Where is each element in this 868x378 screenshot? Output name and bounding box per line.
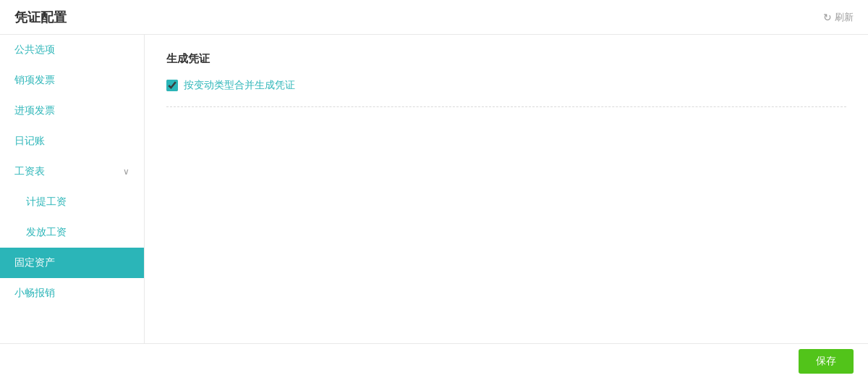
sidebar-item-label: 小畅报销 [14,287,55,300]
page-title: 凭证配置 [14,9,67,26]
sidebar-item-label: 固定资产 [14,256,55,269]
save-button[interactable]: 保存 [799,349,854,374]
sidebar-item-label: 计提工资 [26,196,67,209]
sidebar-item-journal[interactable]: 日记账 [0,126,144,156]
sidebar-item-expense-report[interactable]: 小畅报销 [0,278,144,308]
sidebar-item-label: 公共选项 [14,43,55,56]
sidebar-item-label: 进项发票 [14,104,55,117]
sidebar-item-label: 日记账 [14,135,45,148]
section-divider [166,106,846,107]
merge-by-type-label[interactable]: 按变动类型合并生成凭证 [184,79,295,92]
sidebar-item-purchase-invoice[interactable]: 进项发票 [0,96,144,126]
section-title: 生成凭证 [166,52,846,66]
sidebar-item-label: 发放工资 [26,226,67,239]
sidebar: 公共选项销项发票进项发票日记账工资表∨计提工资发放工资固定资产小畅报销 [0,35,145,343]
sidebar-item-label: 销项发票 [14,74,55,87]
layout: 公共选项销项发票进项发票日记账工资表∨计提工资发放工资固定资产小畅报销 生成凭证… [0,35,868,343]
header: 凭证配置 ↻ 刷新 [0,0,868,35]
merge-by-type-checkbox[interactable] [166,80,178,91]
refresh-label: 刷新 [835,11,854,24]
sidebar-item-public-options[interactable]: 公共选项 [0,35,144,65]
chevron-down-icon: ∨ [123,167,129,177]
checkbox-row: 按变动类型合并生成凭证 [166,79,846,92]
sidebar-item-label: 工资表 [14,165,45,178]
sidebar-item-commission-salary[interactable]: 计提工资 [0,187,144,217]
sidebar-item-payroll-table[interactable]: 工资表∨ [0,156,144,187]
sidebar-item-pay-salary[interactable]: 发放工资 [0,217,144,248]
refresh-button[interactable]: ↻ 刷新 [823,11,854,24]
sidebar-item-fixed-assets[interactable]: 固定资产 [0,248,144,278]
footer: 保存 [0,343,868,378]
main-content: 生成凭证 按变动类型合并生成凭证 [145,35,868,343]
sidebar-item-sales-invoice[interactable]: 销项发票 [0,65,144,96]
refresh-icon: ↻ [823,12,832,23]
